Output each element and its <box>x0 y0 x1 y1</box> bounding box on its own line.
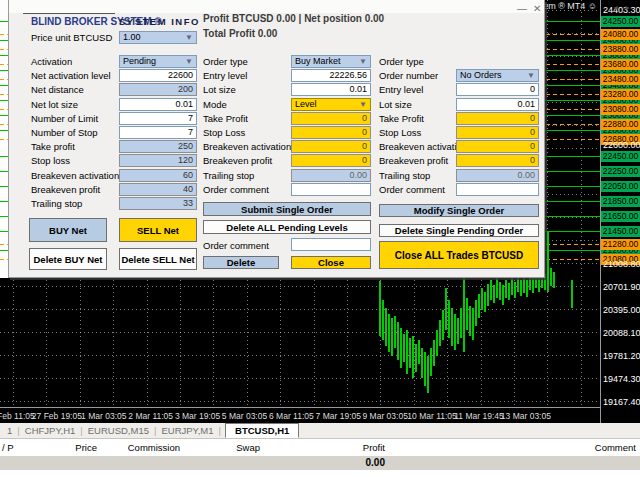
col3-field-lot-size[interactable]: 0.01 <box>456 98 539 111</box>
price-axis-value: 20701.90 <box>603 282 640 292</box>
col2-label-lot-size: Lot size <box>203 84 236 95</box>
col2-dropdown-mode[interactable]: ▼Level <box>291 98 371 111</box>
chart-tab-eurusd-m15[interactable]: EURUSD,M15 <box>83 425 154 436</box>
candle-bar <box>421 348 423 378</box>
delete-all-pending-levels-button[interactable]: Delete ALL Pending Levels <box>203 220 371 234</box>
col1-dropdown-price-unit-btcusd[interactable]: ▼1.00 <box>119 31 197 44</box>
price-tag-green: 21650.00 <box>601 211 640 222</box>
price-tag-orange: 23280.00 <box>601 89 640 100</box>
candle-bar <box>460 308 462 338</box>
buy-net-button[interactable]: BUY Net <box>29 218 107 242</box>
col1-label-number-of-stop: Number of Stop <box>31 127 98 138</box>
price-tag-orange: 22880.00 <box>601 119 640 130</box>
col1-field-breakeven-activation[interactable]: 60 <box>119 169 197 182</box>
price-tag-green: 22450.00 <box>601 151 640 162</box>
tab-separator: | <box>219 425 221 436</box>
price-tag-orange: 21280.00 <box>601 239 640 250</box>
col2-field-stop-loss[interactable]: 0 <box>291 126 371 139</box>
col1-label-activation: Activation <box>31 56 72 67</box>
delete-button[interactable]: Delete <box>203 256 279 269</box>
candle-bar <box>481 288 483 310</box>
col3-field-entry-level[interactable]: 0 <box>456 83 539 96</box>
candle-bar <box>499 282 501 300</box>
col3-field-take-profit[interactable]: 0 <box>456 112 539 125</box>
chevron-down-icon: ▼ <box>359 99 367 110</box>
candle-bar <box>493 285 495 303</box>
price-axis-value: 24403.30 <box>603 5 640 15</box>
col3-label-take-profit: Take Profit <box>379 113 424 124</box>
chart-tab-1[interactable]: 1 <box>2 425 17 436</box>
price-axis-value: 19474.30 <box>603 374 640 384</box>
col3-field-trailing-stop[interactable]: 0.00 <box>456 169 539 182</box>
delete-single-pending-order-button[interactable]: Delete Single Pending Order <box>379 224 539 237</box>
candle-bar <box>382 300 384 340</box>
chart-tab-chfjpy-h1[interactable]: CHFJPY,H1 <box>20 425 81 436</box>
balance-profit-value: 0.00 <box>366 457 385 468</box>
col2-field-lot-size[interactable]: 0.01 <box>291 83 371 96</box>
col1-label-price-unit-btcusd: Price unit BTCUSD <box>31 32 112 43</box>
col1-field-net-distance[interactable]: 200 <box>119 83 197 96</box>
gridline-horizontal <box>0 401 600 402</box>
col1-field-take-profit[interactable]: 250 <box>119 140 197 153</box>
chart-tab-btcusd-h1[interactable]: BTCUSD,H1 <box>225 423 299 438</box>
tab-scroll-left-icon[interactable]: ◄ <box>612 4 619 11</box>
candle-bar <box>511 278 513 295</box>
col1-dropdown-activation[interactable]: ▼Pending <box>119 55 197 68</box>
trade-table-header: / PPriceCommissionSwapProfitComment <box>0 439 640 456</box>
col1-field-net-activation-level[interactable]: 22600 <box>119 69 197 82</box>
candle-bar <box>379 281 381 336</box>
sell-net-button[interactable]: SELL Net <box>119 218 197 242</box>
candle-bar <box>487 284 489 306</box>
col3-label-entry-level: Entry level <box>379 84 423 95</box>
col3-field-breakeven-profit[interactable]: 0 <box>456 154 539 167</box>
mt4-window: 24250.0024000.0023800.0023600.0023400.00… <box>0 0 640 480</box>
delete-sell-net-button[interactable]: Delete SELL Net <box>119 248 197 270</box>
price-tag-green: 21450.00 <box>601 226 640 237</box>
col2-field-breakeven-activation[interactable]: 0 <box>291 140 371 153</box>
col1-label-trailing-stop: Trailing stop <box>31 198 82 209</box>
close-all-trades-button[interactable]: Close ALL Trades BTCUSD <box>379 241 539 269</box>
submit-single-order-button[interactable]: Submit Single Order <box>203 202 371 216</box>
close-button[interactable]: Close <box>291 256 371 269</box>
panel-close-icon[interactable]: ✕ <box>533 4 541 14</box>
price-tag-orange: 23880.00 <box>601 44 640 55</box>
candle-bar <box>457 318 459 344</box>
col2-field-trailing-stop[interactable]: 0.00 <box>291 169 371 182</box>
gridline-horizontal <box>0 286 600 287</box>
blind-broker-panel: BLIND BROKER SYSTEM ® SYSTEM INFO Profit… <box>8 0 545 278</box>
chevron-down-icon: ▼ <box>185 32 193 43</box>
col1-field-breakeven-profit[interactable]: 40 <box>119 183 197 196</box>
panel-minimize-icon[interactable]: — <box>517 4 527 14</box>
col3-label-order-type: Order type <box>379 56 424 67</box>
time-axis-label: 27 Feb 19:05 <box>32 411 82 421</box>
col1-field-number-of-limit[interactable]: 7 <box>119 112 197 125</box>
col2-dropdown-order-type[interactable]: ▼Buy Market <box>291 55 371 68</box>
col2-field-breakeven-profit[interactable]: 0 <box>291 154 371 167</box>
price-tag-green: 24250.00 <box>601 16 640 27</box>
col1-field-stop-loss[interactable]: 120 <box>119 154 197 167</box>
profit-net-position-text: Profit BTCUSD 0.00 | Net position 0.00 <box>203 13 384 24</box>
col1-field-net-lot-size[interactable]: 0.01 <box>119 98 197 111</box>
time-axis-label: 26 Feb 11:05 <box>0 411 35 421</box>
price-axis-value: 21008.80 <box>603 259 640 269</box>
candle-bar <box>475 300 477 326</box>
candle-bar <box>385 308 387 346</box>
panel-separator-line <box>23 13 115 14</box>
tab-scroll-right-icon[interactable]: ► <box>624 4 631 11</box>
chart-tab-eurjpy-m1[interactable]: EURJPY,M1 <box>156 425 218 436</box>
col1-field-number-of-stop[interactable]: 7 <box>119 126 197 139</box>
col3-field-stop-loss[interactable]: 0 <box>456 126 539 139</box>
col2-field-take-profit[interactable]: 0 <box>291 112 371 125</box>
col1-field-trailing-stop[interactable]: 33 <box>119 197 197 210</box>
col2-field-order-comment[interactable] <box>291 183 371 196</box>
col2-field-entry-level[interactable]: 22226.56 <box>291 69 371 82</box>
candle-bar <box>469 306 471 336</box>
col3-dropdown-order-number[interactable]: ▼No Orders <box>456 69 539 82</box>
delete-buy-net-button[interactable]: Delete BUY Net <box>29 248 107 270</box>
col2-label-breakeven-profit: Breakeven profit <box>203 155 272 166</box>
modify-single-order-button[interactable]: Modify Single Order <box>379 204 539 217</box>
col3-field-order-comment[interactable] <box>456 183 539 196</box>
order-comment-input-2[interactable] <box>291 238 371 251</box>
candle-bar <box>424 352 426 386</box>
col3-field-breakeven-activation[interactable]: 0 <box>456 140 539 153</box>
